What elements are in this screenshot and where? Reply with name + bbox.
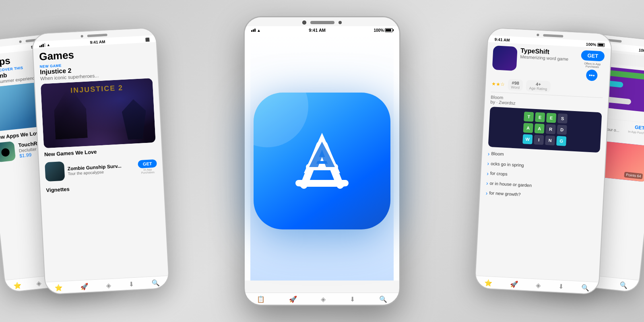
spk-right <box>543 34 563 38</box>
nav-featured[interactable]: ⭐ <box>13 281 22 290</box>
earpiece <box>310 21 334 24</box>
updates-icon: ⬇ <box>350 295 355 303</box>
letter-A: A <box>523 123 533 133</box>
games-content: Games NEW GAME Injustice 2 When iconic s… <box>33 44 163 194</box>
center-bottom-nav: 📋 🚀 ◈ ⬇ 🔍 <box>245 293 399 305</box>
nav-r4[interactable]: ⬇ <box>558 283 564 291</box>
today-icon: 📋 <box>257 295 265 303</box>
nav-dl-l[interactable]: ⬇ <box>128 280 134 288</box>
letter-G: G <box>556 136 566 146</box>
sensor <box>339 21 342 24</box>
typeshift-info: TypeShift Mesmerizing word game <box>520 47 578 62</box>
right-battery-container: 100% <box>586 42 605 47</box>
zombie-get-button[interactable]: GET <box>138 159 157 168</box>
word-letter-grid: T E E S A A R D W I N G <box>488 107 602 153</box>
right-bottom-nav: ⭐ 🚀 ◈ ⬇ 🔍 <box>475 276 599 294</box>
nav-featured-l[interactable]: ⭐ <box>54 284 63 292</box>
signal-left <box>39 43 45 47</box>
nav-categories[interactable]: ◈ <box>36 279 42 287</box>
games-icon: 🚀 <box>289 295 297 303</box>
camera-dot <box>19 40 22 43</box>
hopscotch-get-container: GET In-App Purchases <box>628 124 644 135</box>
typeshift-more-button[interactable]: ••• <box>586 69 598 81</box>
battery-tip <box>393 29 394 31</box>
typeshift-content: TypeShift Mesmerizing word game GET Offe… <box>480 45 611 203</box>
batman-scene-bg: INJUSTICE 2 <box>41 78 156 148</box>
cam-right <box>537 34 539 36</box>
fr-battery: 100% <box>638 48 644 54</box>
typeshift-get-button[interactable]: GET <box>581 50 605 62</box>
hopscotch-iap: In-App Purchases <box>628 130 644 135</box>
typeshift-app-icon <box>492 45 518 71</box>
right-battery-icon <box>597 43 605 47</box>
zombie-iap-label: In-AppPurchases <box>141 168 155 174</box>
search-icon: 🔍 <box>379 295 387 303</box>
nav-layers-l[interactable]: ◈ <box>106 281 111 289</box>
appstore-logo-svg <box>282 121 362 201</box>
zombie-info: Zombie Gunship Surv... Tour the apocalyp… <box>68 162 135 176</box>
letter-E: E <box>535 112 545 122</box>
nav-games[interactable]: 🚀 <box>289 295 297 303</box>
apps-icon: ◈ <box>321 295 326 303</box>
nav-today[interactable]: 📋 <box>257 295 265 303</box>
main-scene: ▲ 9:41 AM ⬛ Apps REDISCOVER THIS Airbnb … <box>0 0 644 322</box>
speaker-left <box>87 34 107 37</box>
camera-dot-left <box>81 35 83 37</box>
zombie-get-container: GET In-AppPurchases <box>138 159 157 174</box>
appstore-icon-container <box>254 93 390 229</box>
letter-A2: A <box>535 124 545 134</box>
appstore-icon-shape <box>254 93 390 229</box>
phone-right: 9:41 AM 100% TypeShift Mesmerizing word … <box>474 27 613 295</box>
letter-R: R <box>546 124 556 134</box>
front-camera <box>302 21 306 25</box>
typeshift-rank: #98 Word <box>508 79 523 91</box>
letter-S: S <box>557 114 568 124</box>
right-battery-pct: 100% <box>586 42 596 47</box>
letter-E2: E <box>546 113 556 123</box>
nav-r3[interactable]: ◈ <box>536 281 541 289</box>
typeshift-iap-label: Offers in-App Purchases <box>580 62 605 68</box>
battery-icon-center <box>385 28 393 32</box>
zombie-gunship-item: Zombie Gunship Surv... Tour the apocalyp… <box>45 153 158 185</box>
letter-N: N <box>545 135 555 145</box>
nav-r2[interactable]: 🚀 <box>510 280 518 288</box>
r1-icon: ⭐ <box>484 279 493 287</box>
r2-icon: 🚀 <box>510 280 518 288</box>
nav-fr4[interactable]: 🔍 <box>619 281 628 289</box>
typeshift-stars: ★★☆ <box>491 81 505 87</box>
letter-D: D <box>557 125 567 135</box>
center-signal: ▲ <box>251 28 261 33</box>
typeshift-actions: GET Offers in-App Purchases ••• <box>580 50 605 82</box>
touchretouch-icon: ⬤ <box>0 141 16 163</box>
status-time-left: 9:41 AM <box>90 39 105 45</box>
letter-T: T <box>524 111 534 122</box>
hopscotch-get-button[interactable]: GET <box>634 124 644 131</box>
letter-I: I <box>534 135 544 145</box>
letter-W: W <box>522 134 533 144</box>
nav-updates[interactable]: ⬇ <box>350 295 355 303</box>
typeshift-age: 4+ Age Rating <box>526 80 551 93</box>
scroll-items: ›Bloom ›ocks go in spring ›for crops ›or… <box>485 149 600 203</box>
r4-icon: ⬇ <box>558 283 564 291</box>
center-battery: 100% <box>374 28 393 33</box>
typeshift-header-row: TypeShift Mesmerizing word game GET Offe… <box>492 45 605 81</box>
center-time: 9:41 AM <box>309 28 326 33</box>
zombie-icon <box>45 161 65 182</box>
right-time: 9:41 AM <box>494 37 510 42</box>
center-signal-bars <box>251 29 256 32</box>
center-status-bar: ▲ 9:41 AM 100% <box>245 26 399 33</box>
nav-search-c[interactable]: 🔍 <box>379 295 387 303</box>
r5-icon: 🔍 <box>581 284 590 292</box>
fr4-icon: 🔍 <box>619 281 628 289</box>
center-wifi-icon: ▲ <box>257 28 261 33</box>
nav-search-l[interactable]: 🔍 <box>151 279 160 287</box>
nav-r1[interactable]: ⭐ <box>484 279 493 287</box>
nav-games-l[interactable]: 🚀 <box>80 283 89 291</box>
wifi-icon-left: ▲ <box>46 43 50 47</box>
r3-icon: ◈ <box>536 281 541 289</box>
nav-apps[interactable]: ◈ <box>321 295 326 303</box>
phone-left: ▲ 9:41 AM ⬛ Games NEW GAME Injustice 2 W… <box>31 27 170 295</box>
nav-r5[interactable]: 🔍 <box>581 284 590 292</box>
battery-left: ⬛ <box>145 37 150 42</box>
battery-fill-center <box>386 29 391 31</box>
